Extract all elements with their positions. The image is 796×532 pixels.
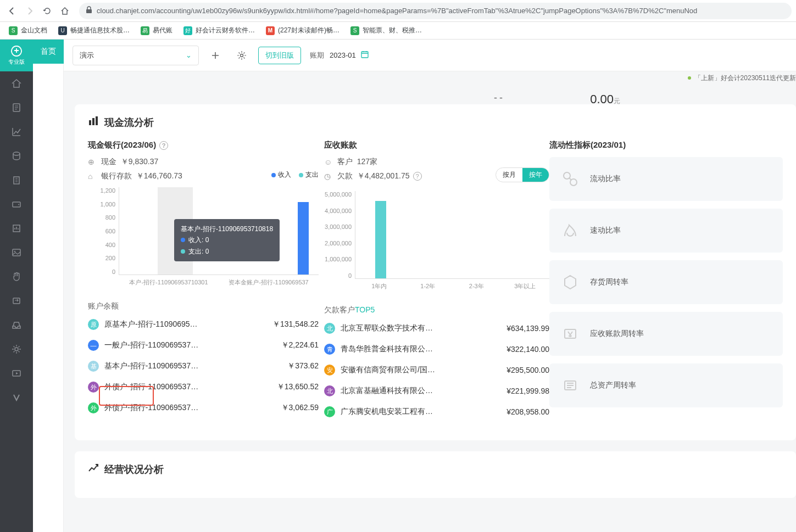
indicator-icon	[559, 374, 581, 396]
bookmark-item[interactable]: U畅捷通信息技术股…	[54, 24, 134, 37]
nav-hand-icon[interactable]	[0, 265, 33, 289]
settings-button[interactable]	[232, 46, 252, 65]
home-button[interactable]	[57, 3, 73, 19]
nav-building-icon[interactable]	[0, 168, 33, 192]
account-dot-icon: 外	[88, 402, 99, 413]
nav-money-icon[interactable]	[0, 144, 33, 168]
svg-rect-13	[361, 52, 368, 58]
bookmark-label: (227封未读邮件)畅…	[278, 26, 339, 35]
bank-chart[interactable]: 1,2001,0008006004002000 基本户-招行-110906953…	[88, 182, 319, 292]
address-bar[interactable]: cloud.chanjet.com/accounting/uw1eb00zy96…	[79, 3, 792, 19]
back-button[interactable]	[4, 3, 20, 19]
customer-name: 北京富基融通科技有限公…	[341, 386, 506, 396]
bookmark-item[interactable]: S智能票、财、税推…	[346, 24, 426, 37]
top-bar: 演示 ⌄ 切到旧版 账期 2023-01	[64, 40, 796, 71]
balance-row[interactable]: —一般户-招行-1109069537…￥2,224.61	[88, 340, 319, 351]
customer-dot-icon: 安	[324, 365, 335, 376]
reload-button[interactable]	[40, 3, 55, 19]
indicator-card[interactable]: 应收账款周转率	[549, 312, 783, 356]
add-button[interactable]	[205, 46, 225, 65]
url-text: cloud.chanjet.com/accounting/uw1eb00zy96…	[97, 7, 697, 15]
indicator-card[interactable]: 总资产周转率	[549, 363, 783, 407]
panel-title: 经营状况分析	[88, 462, 783, 476]
balance-value: ￥131,548.22	[272, 320, 319, 329]
old-version-label: 切到旧版	[265, 51, 294, 59]
toggle-month[interactable]: 按月	[496, 168, 522, 182]
top5-row[interactable]: 北北京互帮联众数字技术有…¥634,139.99	[324, 323, 549, 334]
app-logo[interactable]: 专业版	[0, 40, 33, 71]
nav-wallet-icon[interactable]	[0, 192, 33, 216]
bank-icon: ⌂	[88, 172, 98, 181]
customer-name: 北京互帮联众数字技术有…	[341, 323, 506, 333]
balance-row[interactable]: 基基本户-招行-1109069537…￥373.62	[88, 361, 319, 372]
x-axis: 1年内 1-2年 2-3年 3年以上	[355, 280, 549, 295]
tab-home-label: 首页	[41, 47, 56, 57]
news-item[interactable]: 「上新」好会计20230511迭代更新	[688, 74, 796, 83]
bookmark-item[interactable]: 好好会计云财务软件…	[179, 24, 259, 37]
biz-panel: 经营状况分析	[75, 451, 796, 498]
indicator-card[interactable]: 存货周转率	[549, 260, 783, 304]
cash-metric: ⊕ 现金 ￥9,830.37	[88, 157, 319, 167]
indicator-icon	[559, 323, 581, 345]
help-icon[interactable]: ?	[159, 141, 168, 150]
svg-point-10	[15, 348, 18, 351]
nav-v-icon[interactable]	[0, 385, 33, 410]
nav-home-icon[interactable]	[0, 71, 33, 96]
nav-image-icon[interactable]	[0, 240, 33, 265]
indicator-card[interactable]: 速动比率	[549, 209, 783, 253]
nav-doc-icon[interactable]	[0, 96, 33, 120]
trend-icon	[88, 462, 99, 476]
forward-button[interactable]	[22, 3, 37, 19]
indicator-label: 总资产周转率	[590, 380, 636, 390]
customer-dot-icon: 青	[324, 344, 335, 355]
chart-bar	[375, 201, 386, 279]
nav-inbox-icon[interactable]	[0, 313, 33, 337]
y-axis: 5,000,0004,000,0003,000,0002,000,0001,00…	[324, 191, 355, 279]
nav-chart-icon[interactable]	[0, 120, 33, 144]
balance-value: ￥3,062.59	[281, 403, 319, 413]
top5-row[interactable]: 广广东腾安机电安装工程有…¥208,958.00	[324, 406, 549, 417]
nav-video-icon[interactable]	[0, 361, 33, 385]
old-version-button[interactable]: 切到旧版	[258, 47, 301, 64]
customer-value: ¥322,140.00	[506, 345, 549, 354]
nav-settings-icon[interactable]	[0, 337, 33, 361]
browser-toolbar: cloud.chanjet.com/accounting/uw1eb00zy96…	[0, 0, 796, 22]
org-selector[interactable]: 演示 ⌄	[73, 46, 199, 65]
bookmark-label: 好会计云财务软件…	[196, 26, 255, 35]
customer-value: ¥208,958.00	[506, 407, 549, 416]
balance-name: 一般户-招行-1109069537…	[104, 340, 281, 350]
indicator-icon	[559, 220, 581, 242]
left-nav-rail: 专业版	[0, 40, 33, 532]
toggle-year[interactable]: 按年	[522, 168, 549, 182]
svg-point-2	[13, 152, 20, 155]
period-value: 2023-01	[330, 51, 356, 59]
balance-row[interactable]: 原原基本户-招行-11090695…￥131,548.22	[88, 319, 319, 330]
bookmark-icon: M	[266, 26, 275, 35]
nav-report-icon[interactable]	[0, 216, 33, 240]
bookmark-item[interactable]: S金山文档	[4, 24, 52, 37]
top5-row[interactable]: 安安徽有信商贸有限公司/国…¥295,500.00	[324, 365, 549, 376]
top5-row[interactable]: 北北京富基融通科技有限公…¥221,999.98	[324, 385, 549, 396]
bookmark-label: 金山文档	[21, 26, 47, 35]
account-dot-icon: 外	[88, 382, 99, 393]
period-toggle[interactable]: 按月 按年	[496, 167, 549, 182]
user-icon: ☺	[324, 158, 334, 166]
bookmark-item[interactable]: 易易代账	[136, 24, 177, 37]
news-dot-icon	[688, 76, 691, 80]
nav-transfer-icon[interactable]	[0, 289, 33, 313]
receivable-chart[interactable]: 5,000,0004,000,0003,000,0002,000,0001,00…	[324, 186, 549, 295]
bookmark-item[interactable]: M(227封未读邮件)畅…	[261, 24, 344, 37]
indicator-card[interactable]: 流动比率	[549, 157, 783, 201]
clock-icon: ◷	[324, 172, 334, 181]
calendar-icon[interactable]	[360, 50, 369, 60]
account-dot-icon: 原	[88, 319, 99, 330]
help-icon[interactable]: ?	[413, 172, 422, 181]
customer-name: 广东腾安机电安装工程有…	[341, 407, 506, 417]
x-axis: 本户-招行-110906953710301 资本金账户-招行-110906953…	[119, 276, 319, 292]
annotation-highlight	[99, 386, 154, 406]
svg-rect-14	[89, 120, 91, 125]
tab-home[interactable]: 首页	[33, 40, 64, 64]
top5-row[interactable]: 青青岛华胜普金科技有限公…¥322,140.00	[324, 344, 549, 355]
bookmark-label: 畅捷通信息技术股…	[70, 26, 130, 35]
balance-name: 原基本户-招行-11090695…	[104, 320, 272, 329]
